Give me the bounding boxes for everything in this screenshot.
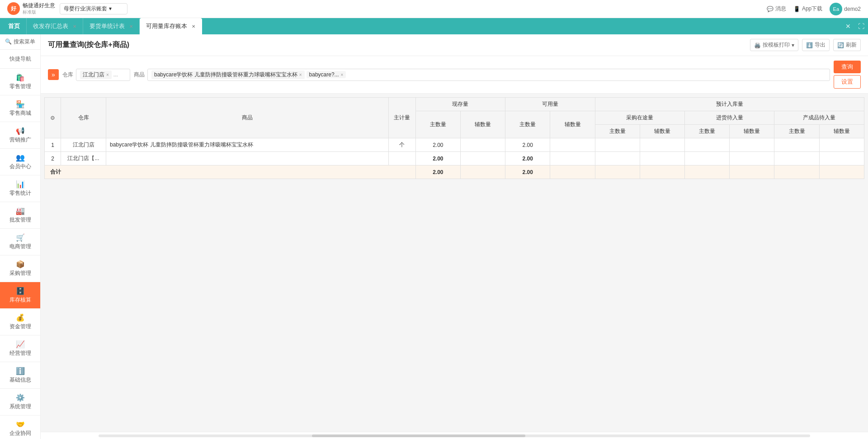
- sidebar-item-retail-management[interactable]: 🛍️ 零售管理: [0, 69, 40, 95]
- message-btn[interactable]: 💬 消息: [767, 5, 786, 13]
- refresh-label: 刷新: [846, 41, 857, 49]
- close-all-icon[interactable]: ✕: [844, 21, 853, 32]
- close-icon[interactable]: ✕: [129, 24, 133, 29]
- sidebar-item-inventory[interactable]: 🗄️ 库存核算: [0, 282, 40, 309]
- retail-mall-label: 零售商城: [9, 109, 31, 117]
- retail-mall-icon: 🏪: [16, 100, 25, 109]
- tab-available-stock[interactable]: 可用量库存账本 ✕: [140, 18, 202, 34]
- td-total-stock-main: 2.00: [415, 165, 460, 179]
- settings-btn[interactable]: 设置: [834, 75, 861, 89]
- td-purchase-aux-1: [640, 152, 684, 165]
- data-table: ⚙ 仓库 商品 主计量 现存量: [44, 97, 864, 179]
- horizontal-scrollbar[interactable]: [99, 434, 810, 437]
- close-icon[interactable]: ✕: [192, 24, 195, 29]
- td-total-purchase-main: [595, 165, 640, 179]
- sidebar-item-operations[interactable]: 📈 经营管理: [0, 335, 40, 362]
- td-purchase-aux-0: [640, 138, 684, 152]
- product-input[interactable]: babycare学饮杯 儿童防摔防撞吸管杯重力球吸嘴杯宝宝水杯 × babyca…: [147, 69, 830, 81]
- user-area[interactable]: Ea demo2: [830, 3, 861, 15]
- tab-home[interactable]: 首页: [2, 18, 27, 34]
- sidebar-item-retail-stats[interactable]: 📊 零售统计: [0, 175, 40, 202]
- operations-label: 经营管理: [9, 349, 31, 357]
- page-header-actions: 🖨️ 按模板打印 ▾ ⬇️ 导出 🔄 刷新: [750, 39, 861, 51]
- warehouse-label: 仓库: [62, 71, 73, 79]
- th-production-pending-label: 产成品待入量: [803, 114, 835, 121]
- warehouse-more[interactable]: ...: [113, 71, 118, 78]
- page-header: 可用量查询(按仓库+商品) 🖨️ 按模板打印 ▾ ⬇️ 导出 🔄 刷新: [41, 34, 868, 56]
- th-avail-main: 主数量: [505, 111, 550, 138]
- refresh-icon: 🔄: [837, 42, 844, 48]
- product-tag-1-remove[interactable]: ×: [341, 72, 344, 77]
- tab-order-statistics[interactable]: 要货单统计表 ✕: [83, 18, 140, 34]
- sidebar-item-quicknav[interactable]: 快捷导航: [0, 52, 40, 66]
- td-total-production-main: [774, 165, 819, 179]
- th-settings: ⚙: [45, 98, 61, 138]
- top-bar-right: 💬 消息 📱 App下载 Ea demo2: [767, 3, 861, 15]
- th-incoming-pending-label: 进货待入量: [716, 114, 743, 121]
- purchase-label: 采购管理: [9, 269, 31, 277]
- table-footer: [41, 432, 868, 439]
- tab-receivable-summary[interactable]: 收发存汇总表 ✕: [27, 18, 83, 34]
- chevron-down-icon: ▾: [792, 42, 794, 48]
- td-total-production-aux: [819, 165, 864, 179]
- th-stock-main-label: 主数量: [430, 121, 446, 127]
- th-unit-label: 主计量: [394, 114, 410, 121]
- member-center-label: 会员中心: [9, 163, 31, 170]
- close-icon[interactable]: ✕: [73, 24, 76, 29]
- system-label: 系统管理: [9, 403, 31, 411]
- query-label: 查询: [841, 63, 853, 70]
- product-value-0: babycare学饮杯 儿童防摔防撞吸管杯重力球吸嘴杯宝宝水杯: [110, 142, 253, 148]
- wholesale-icon: 🏭: [16, 207, 25, 215]
- sidebar-item-purchase[interactable]: 📦 采购管理: [0, 255, 40, 282]
- th-production-aux-label: 辅数量: [834, 128, 850, 134]
- logo-sub: 标准版: [23, 9, 55, 15]
- enterprise-collab-icon: 🤝: [16, 420, 25, 429]
- gear-icon[interactable]: ⚙: [50, 115, 55, 121]
- marketing-icon: 📢: [16, 127, 25, 135]
- warehouse-tag-remove[interactable]: ×: [106, 72, 109, 77]
- total-row: 合计 2.00 2.00: [45, 165, 864, 179]
- export-btn[interactable]: ⬇️ 导出: [802, 39, 830, 51]
- expand-icon[interactable]: ⛶: [856, 21, 866, 32]
- td-incoming-aux-0: [730, 138, 774, 152]
- td-total-label: 合计: [45, 165, 416, 179]
- sidebar-item-system[interactable]: ⚙️ 系统管理: [0, 389, 40, 415]
- finance-label: 资金管理: [9, 323, 31, 330]
- app-download-btn[interactable]: 📱 App下载: [793, 5, 822, 13]
- sidebar-item-finance[interactable]: 💰 资金管理: [0, 309, 40, 335]
- company-selector[interactable]: 母婴行业演示账套 ▾: [60, 3, 127, 14]
- sidebar-item-ecommerce[interactable]: 🛒 电商管理: [0, 229, 40, 255]
- td-stock-main-1: 2.00: [415, 152, 460, 165]
- sidebar-item-wholesale-management[interactable]: 🏭 批发管理: [0, 202, 40, 229]
- search-menu-btn[interactable]: 🔍 搜索菜单: [4, 38, 37, 46]
- td-total-incoming-main: [685, 165, 730, 179]
- product-label: 商品: [134, 71, 145, 79]
- th-available: 可用量: [505, 98, 595, 111]
- finance-icon: 💰: [16, 313, 25, 322]
- filter-expand-btn[interactable]: »: [48, 69, 59, 80]
- message-icon: 💬: [767, 6, 774, 12]
- filter-warehouse-group: 仓库 江北门店 × ...: [62, 69, 130, 81]
- warehouse-input[interactable]: 江北门店 × ...: [76, 69, 130, 81]
- basic-info-icon: ℹ️: [16, 367, 25, 375]
- td-avail-main-0: 2.00: [505, 138, 550, 152]
- sidebar-item-marketing[interactable]: 📢 营销推广: [0, 122, 40, 149]
- total-label: 合计: [50, 169, 61, 175]
- table-row: 1 江北门店 babycare学饮杯 儿童防摔防撞吸管杯重力球吸嘴杯宝宝水杯 个…: [45, 138, 864, 152]
- th-production-pending: 产成品待入量: [774, 111, 864, 125]
- sidebar-item-retail-mall[interactable]: 🏪 零售商城: [0, 95, 40, 122]
- query-btn[interactable]: 查询: [834, 61, 861, 73]
- sidebar-item-basic-info[interactable]: ℹ️ 基础信息: [0, 362, 40, 389]
- refresh-btn[interactable]: 🔄 刷新: [833, 39, 861, 51]
- td-product-1: [106, 152, 389, 165]
- td-product-0: babycare学饮杯 儿童防摔防撞吸管杯重力球吸嘴杯宝宝水杯: [106, 138, 389, 152]
- scrollbar-thumb[interactable]: [312, 434, 525, 437]
- sidebar-item-member-center[interactable]: 👥 会员中心: [0, 149, 40, 175]
- product-tag-0-remove[interactable]: ×: [299, 72, 302, 77]
- sidebar-item-enterprise-collab[interactable]: 🤝 企业协同: [0, 415, 40, 439]
- template-print-btn[interactable]: 🖨️ 按模板打印 ▾: [750, 39, 798, 51]
- page-title: 可用量查询(按仓库+商品): [48, 40, 129, 50]
- td-unit-0: 个: [388, 138, 415, 152]
- sidebar-nav-quicklink: 快捷导航: [0, 50, 40, 69]
- td-purchase-main-1: [595, 152, 640, 165]
